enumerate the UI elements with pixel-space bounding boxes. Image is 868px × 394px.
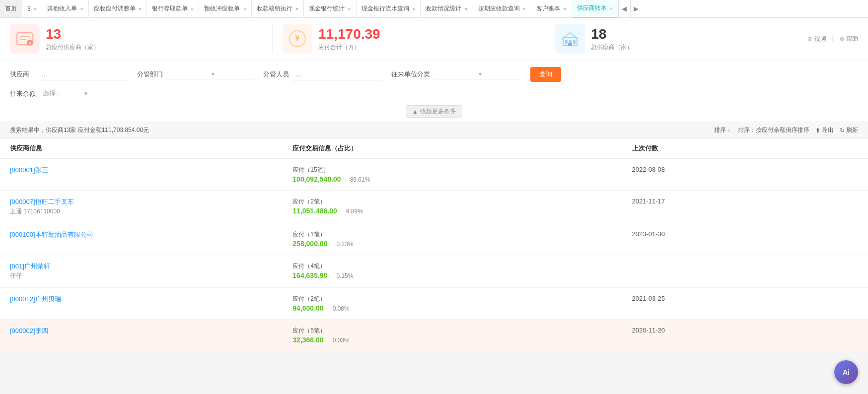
tab-other-income-close[interactable]: × <box>80 6 83 12</box>
dept-arrow-icon: ▼ <box>211 71 251 77</box>
collapse-button[interactable]: ▲ 收起更多条件 <box>406 105 462 118</box>
balance-select[interactable]: 选择... ▼ <box>39 87 128 100</box>
sort-select[interactable]: 排序：按应付余额倒序排序 <box>738 126 809 134</box>
trans-amount-4[interactable]: 164,635.90 <box>292 271 327 279</box>
tab-3-close[interactable]: × <box>34 6 37 12</box>
lastpay-6: 2020-11-20 <box>632 327 858 334</box>
tab-supplier-ledger-close[interactable]: × <box>610 5 613 11</box>
dept-select[interactable]: ▼ <box>166 69 255 79</box>
tab-3[interactable]: 3 × <box>22 0 42 18</box>
export-button[interactable]: ⬆ 导出 <box>815 126 834 134</box>
collapse-label: 收起更多条件 <box>420 107 456 116</box>
tab-receipt-stats[interactable]: 收款情况统计 × <box>421 0 473 18</box>
top-navigation: 首页 3 × 其他收入单 × 应收应付调整单 × 银行存取款单 × 预收冲应收单… <box>0 0 868 18</box>
svg-rect-2 <box>20 39 26 40</box>
stat-divider-2 <box>545 24 545 54</box>
filter-row-1: 供应商 分管部门 ▼ 分管人员 往来单位分类 ▼ 查询 <box>10 67 858 82</box>
trans-label-5: 应付（2笔） <box>292 295 632 303</box>
supplier-link-6[interactable]: [000002]李四 <box>10 327 48 334</box>
tab-3-label: 3 <box>27 5 31 12</box>
trans-label-1: 应付（15笔） <box>292 166 632 174</box>
trans-detail-1: 应付（15笔） 100,092,540.00 89.61% <box>292 166 632 183</box>
refresh-button[interactable]: ↻ 刷新 <box>840 126 858 134</box>
tab-advance-offset[interactable]: 预收冲应收单 × <box>199 0 251 18</box>
tab-ar-ap-adjust[interactable]: 应收应付调整单 × <box>89 0 147 18</box>
supplier-link-1[interactable]: [000001]张三 <box>10 166 48 174</box>
query-button[interactable]: 查询 <box>530 67 561 82</box>
trans-pct-3: 0.23% <box>336 241 353 248</box>
trans-amount-6[interactable]: 32,366.00 <box>292 336 323 344</box>
trans-amount-3[interactable]: 258,000.00 <box>292 240 327 248</box>
trans-amount-1[interactable]: 100,092,540.00 <box>292 175 341 183</box>
stat-text-total-suppliers: 18 总供应商（家） <box>591 26 633 52</box>
tab-advance-offset-close[interactable]: × <box>243 6 246 12</box>
trans-label-6: 应付（5笔） <box>292 327 632 335</box>
tab-customer-ledger-close[interactable]: × <box>563 6 566 12</box>
supplier-link-5[interactable]: [000012]广州贝瑞 <box>10 295 61 303</box>
supplier-link-2[interactable]: [000007]恒旺二手叉车 <box>10 198 74 205</box>
tab-cash-flow[interactable]: 现金银行流水查询 × <box>357 0 421 18</box>
transaction-info-4: 应付（4笔） 164,635.90 0.15% <box>292 262 632 279</box>
tab-ar-ap-adjust-close[interactable]: × <box>139 6 142 12</box>
svg-rect-11 <box>568 43 572 46</box>
payable-supplier-icon: ¥ <box>10 24 40 54</box>
filter-row-2: 往来余额 选择... ▼ <box>10 87 858 100</box>
tab-receipt-stats-close[interactable]: × <box>464 6 467 12</box>
collapse-bar: ▲ 收起更多条件 <box>10 105 858 118</box>
tab-overdue-ar-close[interactable]: × <box>523 6 526 12</box>
tab-bank-deposit-label: 银行存取款单 <box>152 4 188 13</box>
filter-supplier: 供应商 <box>10 68 129 80</box>
tab-supplier-ledger[interactable]: 供应商账本 × <box>572 0 618 18</box>
help-link[interactable]: ⊙ 帮助 <box>840 35 858 43</box>
svg-rect-8 <box>565 40 568 44</box>
trans-detail-5: 应付（2笔） 94,600.00 0.08% <box>292 295 632 312</box>
tab-cash-bank-stats[interactable]: 现金银行统计 × <box>304 0 356 18</box>
table-row: [000002]李四 应付（5笔） 32,366.00 0.03% 2020-1… <box>0 320 868 351</box>
filter-dept: 分管部门 ▼ <box>137 69 255 79</box>
supplier-link-3[interactable]: [000100]本特勤油品有限公司 <box>10 231 93 238</box>
stat-text-payable-total: 11,170.39 应付合计（万） <box>318 26 380 52</box>
result-bar: 搜索结果中，供应商13家 应付金额111,703,854.00元 排序： 排序：… <box>0 122 868 139</box>
supplier-info-5: [000012]广州贝瑞 <box>10 295 292 304</box>
tab-home[interactable]: 首页 <box>0 0 22 18</box>
trans-amount-5[interactable]: 94,600.00 <box>292 304 323 312</box>
nav-next[interactable]: ▶ <box>630 0 642 18</box>
tab-cash-flow-close[interactable]: × <box>412 6 415 12</box>
tab-bank-deposit-close[interactable]: × <box>191 6 194 12</box>
svg-text:¥: ¥ <box>29 41 31 46</box>
supplier-info-4: [001]广州荣轩 仔仔 <box>10 262 292 280</box>
payable-total-label: 应付合计（万） <box>318 43 380 52</box>
category-select[interactable]: ▼ <box>433 69 522 79</box>
total-suppliers-num: 18 <box>591 26 633 42</box>
lastpay-date-5: 2021-03-25 <box>632 295 665 302</box>
refresh-icon: ↻ <box>840 127 845 134</box>
tab-other-income[interactable]: 其他收入单 × <box>42 0 88 18</box>
nav-prev[interactable]: ◀ <box>618 0 630 18</box>
stat-item-payable-suppliers: ¥ 13 总应付供应商（家） <box>10 24 262 54</box>
video-link[interactable]: ⊙ 视频 <box>807 35 826 43</box>
tab-customer-ledger[interactable]: 客户账本 × <box>531 0 572 18</box>
lastpay-date-2: 2021-11-17 <box>632 197 665 205</box>
trans-amount-2[interactable]: 11,051,486.00 <box>292 207 337 215</box>
tab-overdue-ar[interactable]: 超期应收款查询 × <box>473 0 531 18</box>
person-label: 分管人员 <box>263 70 289 79</box>
category-label: 往来单位分类 <box>391 70 430 79</box>
table-row: [001]广州荣轩 仔仔 应付（4笔） 164,635.90 0.15% <box>0 255 868 288</box>
tab-receipt-stats-label: 收款情况统计 <box>426 4 461 13</box>
balance-label: 往来余额 <box>10 89 36 98</box>
svg-rect-10 <box>573 40 576 44</box>
tab-receipt-verify-close[interactable]: × <box>295 6 298 12</box>
result-summary: 搜索结果中，供应商13家 应付金额111,703,854.00元 <box>10 126 149 134</box>
person-input[interactable] <box>292 68 383 80</box>
supplier-input[interactable] <box>38 68 129 80</box>
tab-bank-deposit[interactable]: 银行存取款单 × <box>147 0 199 18</box>
tab-cash-bank-stats-close[interactable]: × <box>348 6 351 12</box>
tab-receipt-verify[interactable]: 收款核销执行 × <box>252 0 304 18</box>
trans-detail-6: 应付（5笔） 32,366.00 0.03% <box>292 327 632 344</box>
category-arrow-icon: ▼ <box>478 71 518 77</box>
trans-row-5: 94,600.00 0.08% <box>292 304 632 312</box>
tab-receipt-verify-label: 收款核销执行 <box>257 4 292 13</box>
tab-supplier-ledger-label: 供应商账本 <box>577 4 607 12</box>
supplier-link-4[interactable]: [001]广州荣轩 <box>10 263 50 270</box>
balance-arrow-icon: ▼ <box>83 91 124 96</box>
